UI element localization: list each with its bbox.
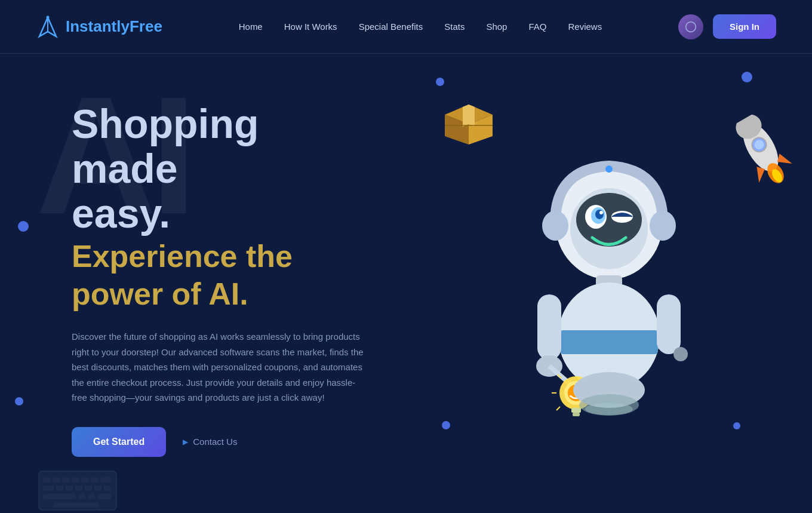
hero-right bbox=[406, 54, 812, 513]
svg-rect-16 bbox=[104, 486, 111, 491]
dot-decoration-3 bbox=[436, 78, 444, 86]
signin-button[interactable]: Sign In bbox=[713, 14, 776, 39]
svg-point-37 bbox=[542, 210, 568, 240]
svg-point-44 bbox=[599, 210, 603, 214]
hero-description: Discover the future of shopping as AI wo… bbox=[72, 329, 370, 406]
svg-rect-21 bbox=[54, 502, 99, 508]
svg-rect-20 bbox=[97, 494, 111, 499]
get-started-button[interactable]: Get Started bbox=[72, 427, 166, 457]
svg-rect-57 bbox=[573, 412, 580, 416]
svg-rect-49 bbox=[537, 294, 561, 360]
package-decoration bbox=[442, 102, 496, 152]
nav-links: Home How It Works Special Benefits Stats… bbox=[239, 21, 602, 32]
hero-actions: Get Started Contact Us bbox=[72, 427, 370, 457]
nav-shop[interactable]: Shop bbox=[486, 21, 507, 32]
svg-rect-6 bbox=[72, 477, 79, 483]
keyboard-decoration bbox=[36, 459, 119, 513]
svg-line-60 bbox=[556, 406, 560, 410]
contact-us-link[interactable]: Contact Us bbox=[183, 437, 237, 447]
nav-right: Sign In bbox=[678, 14, 776, 39]
logo-text: InstantlyFree bbox=[66, 17, 162, 36]
hero-subheading: Experience the power of AI. bbox=[72, 238, 370, 312]
svg-rect-3 bbox=[43, 477, 50, 483]
hero-left: AI Shopping made easy. Experience the po… bbox=[0, 54, 406, 513]
logo[interactable]: InstantlyFree bbox=[36, 15, 162, 39]
dot-decoration-6 bbox=[733, 422, 740, 429]
svg-rect-15 bbox=[94, 486, 102, 491]
svg-rect-4 bbox=[53, 477, 60, 483]
svg-marker-25 bbox=[469, 105, 475, 127]
hero-section: AI Shopping made easy. Experience the po… bbox=[0, 54, 812, 513]
hero-content: Shopping made easy. Experience the power… bbox=[72, 102, 370, 457]
svg-rect-51 bbox=[657, 294, 681, 354]
svg-rect-8 bbox=[91, 477, 98, 483]
svg-rect-5 bbox=[62, 477, 69, 483]
robot-illustration bbox=[508, 127, 710, 428]
svg-point-66 bbox=[673, 346, 688, 361]
nav-reviews[interactable]: Reviews bbox=[568, 21, 602, 32]
svg-rect-18 bbox=[78, 494, 85, 499]
svg-point-38 bbox=[650, 210, 676, 240]
dot-decoration-4 bbox=[742, 72, 752, 82]
svg-rect-9 bbox=[100, 477, 111, 483]
nav-stats[interactable]: Stats bbox=[444, 21, 465, 32]
svg-rect-13 bbox=[75, 486, 82, 491]
rocket-decoration bbox=[718, 104, 810, 203]
svg-rect-11 bbox=[56, 486, 63, 491]
nav-special-benefits[interactable]: Special Benefits bbox=[359, 21, 423, 32]
svg-rect-48 bbox=[560, 330, 658, 354]
svg-rect-12 bbox=[66, 486, 73, 491]
theme-toggle-button[interactable] bbox=[678, 14, 703, 39]
svg-point-1 bbox=[686, 21, 696, 32]
logo-icon bbox=[36, 15, 60, 39]
moon-icon bbox=[685, 21, 697, 33]
svg-rect-7 bbox=[81, 477, 88, 483]
svg-rect-19 bbox=[88, 494, 95, 499]
svg-rect-17 bbox=[43, 494, 76, 499]
nav-how-it-works[interactable]: How It Works bbox=[284, 21, 337, 32]
nav-home[interactable]: Home bbox=[239, 21, 263, 32]
svg-point-43 bbox=[595, 209, 604, 219]
svg-rect-56 bbox=[571, 407, 581, 412]
svg-point-0 bbox=[47, 16, 50, 19]
nav-faq[interactable]: FAQ bbox=[528, 21, 546, 32]
hero-heading: Shopping made easy. bbox=[72, 102, 370, 235]
dot-decoration-1 bbox=[18, 221, 29, 232]
dot-decoration-2 bbox=[15, 397, 23, 406]
navbar: InstantlyFree Home How It Works Special … bbox=[0, 0, 812, 54]
svg-point-65 bbox=[585, 403, 633, 414]
svg-rect-10 bbox=[43, 486, 54, 491]
svg-rect-14 bbox=[85, 486, 92, 491]
dot-decoration-5 bbox=[442, 421, 450, 429]
svg-point-67 bbox=[605, 165, 613, 172]
svg-marker-26 bbox=[463, 105, 469, 127]
